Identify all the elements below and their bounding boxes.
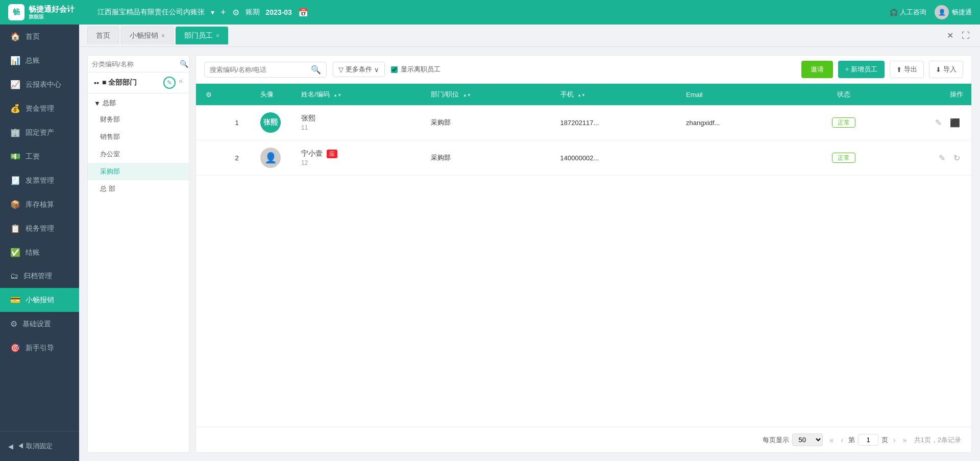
sidebar-item-home[interactable]: 🏠 首页: [0, 25, 79, 48]
user-area[interactable]: 👤 畅捷通: [935, 5, 972, 19]
row2-action-cell: ✎ ↻: [895, 140, 971, 176]
row2-tag-badge: 应: [327, 150, 337, 158]
next-page-button[interactable]: ›: [891, 435, 898, 445]
tab-bar-controls: ✕ ⛶: [945, 29, 972, 42]
tab-expand-button[interactable]: ⛶: [960, 29, 972, 42]
filter-button[interactable]: ▽ 更多条件 ∨: [333, 62, 385, 77]
tab-home[interactable]: 首页: [87, 27, 119, 44]
dept-parent-general[interactable]: ▼ 总部: [88, 95, 189, 111]
dept-edit-button[interactable]: ✎: [163, 77, 176, 89]
employee-search-input[interactable]: [210, 66, 308, 74]
table-header-no: [222, 84, 252, 105]
sidebar-item-settings[interactable]: ⚙ 基础设置: [0, 312, 79, 336]
table-header-settings[interactable]: ⚙: [196, 84, 222, 105]
sidebar-item-archive[interactable]: 🗂 归档管理: [0, 264, 79, 288]
sidebar-label-general-ledger: 总账: [26, 56, 40, 65]
main-layout: 🏠 首页 📊 总账 📈 云报表中心 💰 资金管理 🏢 固定资产 💵 工资 🧾 发…: [0, 25, 980, 461]
sidebar-item-expense[interactable]: 💳 小畅报销: [0, 288, 79, 312]
import-label: 导入: [943, 65, 957, 74]
export-label: 导出: [904, 65, 917, 74]
employee-search-box: 🔍: [204, 62, 327, 78]
archive-icon: 🗂: [10, 272, 18, 281]
dept-arrow-icon: ▼: [94, 100, 101, 107]
toolbar-right: 邀请 + 新增员工 ⬆ 导出 ⬇ 导入: [801, 61, 963, 78]
per-page-dropdown[interactable]: 20 50 100: [792, 433, 823, 446]
company-dropdown-button[interactable]: ▾: [211, 8, 214, 16]
name-sort-icon[interactable]: ▲▼: [333, 93, 341, 98]
tab-dept[interactable]: 部门员工 ×: [176, 27, 228, 44]
sidebar-label-expense: 小畅报销: [26, 296, 54, 305]
sidebar-item-guide[interactable]: 🎯 新手引导: [0, 336, 79, 360]
first-page-button[interactable]: «: [828, 435, 836, 445]
sidebar-label-assets: 固定资产: [26, 128, 54, 137]
sidebar-bottom: ◀ ◀ 取消固定: [0, 431, 79, 461]
sidebar-item-inventory[interactable]: 📦 库存核算: [0, 192, 79, 216]
dept-item-general-branch-label: 总 部: [100, 184, 115, 193]
employee-search-icon[interactable]: 🔍: [311, 65, 321, 75]
sidebar-item-funds[interactable]: 💰 资金管理: [0, 96, 79, 120]
name-label: 姓名/编码: [301, 90, 330, 98]
period-value: 2023-03: [266, 8, 292, 16]
period-label: 账期: [246, 8, 260, 17]
sidebar-item-tax[interactable]: 📋 税务管理: [0, 216, 79, 240]
dept-item-office[interactable]: 办公室: [88, 145, 189, 163]
logo-icon: 畅: [8, 4, 24, 20]
prev-page-button[interactable]: ‹: [839, 435, 845, 445]
filter-icon: ▽: [338, 66, 344, 74]
sidebar-label-reports: 云报表中心: [26, 80, 61, 89]
dept-item-finance[interactable]: 财务部: [88, 111, 189, 128]
sidebar-item-assets[interactable]: 🏢 固定资产: [0, 120, 79, 144]
row1-phone: 187202117...: [552, 105, 678, 140]
export-button[interactable]: ⬆ 导出: [890, 61, 924, 78]
show-resigned-checkbox[interactable]: [391, 66, 398, 73]
tab-expense[interactable]: 小畅报销 ×: [121, 27, 174, 44]
sidebar-item-payroll[interactable]: 💵 工资: [0, 144, 79, 168]
tab-close-all-button[interactable]: ✕: [945, 29, 955, 42]
dept-tree: ▼ 总部 财务部 销售部 办公室 采购部: [88, 93, 189, 452]
add-employee-button[interactable]: + 新增员工: [838, 61, 885, 78]
export-icon: ⬆: [896, 66, 902, 74]
sidebar-item-invoice[interactable]: 🧾 发票管理: [0, 168, 79, 192]
dept-collapse-button[interactable]: «: [179, 77, 183, 89]
invoice-icon: 🧾: [10, 176, 20, 185]
calendar-icon[interactable]: 📅: [298, 8, 308, 17]
ledger-icon: 📊: [10, 56, 20, 65]
row2-avatar-cell: 👤: [252, 140, 293, 176]
sidebar-label-archive: 归档管理: [23, 272, 52, 281]
tab-expense-label: 小畅报销: [130, 31, 158, 40]
service-button[interactable]: 🎧 人工咨询: [890, 8, 926, 17]
sidebar-item-closing[interactable]: ✅ 结账: [0, 240, 79, 264]
header-add-button[interactable]: +: [220, 7, 226, 18]
import-button[interactable]: ⬇ 导入: [929, 61, 963, 78]
funds-icon: 💰: [10, 104, 20, 113]
row2-refresh-button[interactable]: ↻: [950, 152, 963, 164]
tab-home-label: 首页: [96, 31, 110, 40]
unpin-button[interactable]: ◀ ◀ 取消固定: [0, 436, 79, 456]
dept-item-general-branch[interactable]: 总 部: [88, 180, 189, 198]
dept-search-input[interactable]: [92, 60, 178, 68]
row1-edit-button[interactable]: ✎: [932, 117, 945, 129]
row2-edit-button[interactable]: ✎: [936, 152, 948, 164]
dept-search-icon[interactable]: 🔍: [180, 60, 188, 68]
invite-button[interactable]: 邀请: [801, 61, 833, 78]
sidebar-item-reports[interactable]: 📈 云报表中心: [0, 72, 79, 96]
tab-dept-close[interactable]: ×: [216, 32, 219, 39]
show-resigned-label[interactable]: 显示离职员工: [391, 65, 440, 74]
row1-settings-cell: [196, 105, 222, 140]
table-header-phone: 手机 ▲▼: [552, 84, 678, 105]
row1-code: 11: [301, 124, 414, 131]
employee-table: ⚙ 头像 姓名/编码 ▲▼ 部门/职位 ▲▼: [196, 84, 971, 427]
all-dept-button[interactable]: ▪▪ ■ 全部部门: [94, 78, 137, 87]
row1-avatar-cell: 张熙: [252, 105, 293, 140]
dept-sort-icon[interactable]: ▲▼: [463, 93, 471, 98]
page-input[interactable]: [858, 434, 878, 446]
last-page-button[interactable]: »: [901, 435, 909, 445]
header-gear-button[interactable]: ⚙: [232, 8, 239, 17]
row1-logout-button[interactable]: ⬛: [947, 117, 963, 129]
sidebar-item-general-ledger[interactable]: 📊 总账: [0, 48, 79, 72]
show-resigned-text: 显示离职员工: [401, 65, 440, 74]
dept-item-sales[interactable]: 销售部: [88, 128, 189, 145]
dept-item-purchase[interactable]: 采购部: [88, 163, 189, 180]
tab-expense-close[interactable]: ×: [161, 32, 165, 39]
phone-sort-icon[interactable]: ▲▼: [577, 93, 585, 98]
